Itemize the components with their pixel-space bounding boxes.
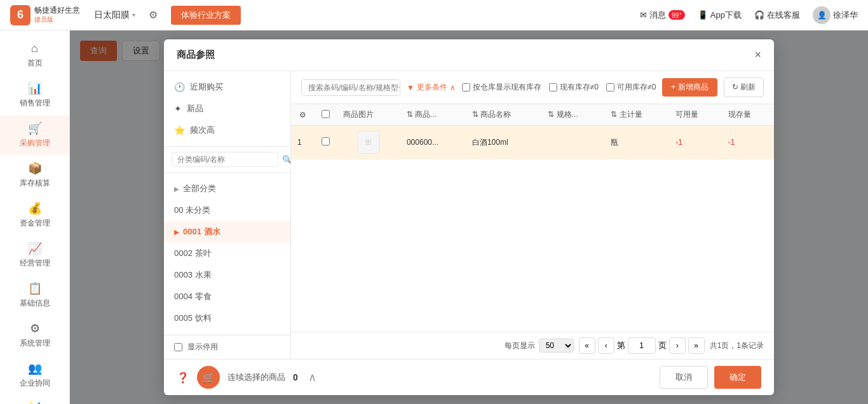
sidebar-item-finance[interactable]: 💰 资金管理 <box>0 195 69 235</box>
logo-icon: 6 <box>10 5 31 25</box>
sidebar-item-cooperation[interactable]: 👥 企业协同 <box>0 355 69 395</box>
app-download-button[interactable]: 📱 App下载 <box>698 10 742 21</box>
row-select-checkbox[interactable] <box>322 137 330 145</box>
top-nav: 6 畅捷通好生意 捷员版 日太阳膜 ▾ ⚙ 体验行业方案 ✉ 消息 99+ 📱 … <box>0 0 868 30</box>
sidebar-item-basic-info[interactable]: 📋 基础信息 <box>0 275 69 315</box>
row-image: 图 <box>337 126 400 159</box>
product-search-wrap: 🔍 <box>301 79 400 96</box>
page-total-info: 共1页，1条记录 <box>710 340 764 351</box>
per-page-select[interactable]: 50 100 <box>539 339 574 353</box>
quick-item-new[interactable]: ✦ 新品 <box>164 98 290 119</box>
category-item-snack[interactable]: 0004 零食 <box>164 286 290 307</box>
more-filter-button[interactable]: ▼ 更多条件 ∧ <box>407 82 456 93</box>
new-icon: ✦ <box>174 104 182 114</box>
row-unit: 瓶 <box>604 126 669 159</box>
row-stock: -1 <box>722 126 774 159</box>
row-index: 1 <box>291 126 314 159</box>
customer-service-button[interactable]: 🎧 在线客服 <box>754 10 800 21</box>
message-badge: 99+ <box>668 10 685 20</box>
modal-footer: ❓ 🛒 连续选择的商品 0 ∧ 取消 确定 <box>164 359 774 395</box>
store-selector[interactable]: 日太阳膜 ▾ <box>94 10 135 21</box>
avatar: 👤 <box>813 6 831 24</box>
messages-button[interactable]: ✉ 消息 99+ <box>640 10 685 21</box>
modal-header: 商品参照 × <box>164 39 774 71</box>
category-search-button[interactable]: 🔍 <box>282 155 291 165</box>
pagination-row: 每页显示 50 100 « ‹ 第 页 <box>291 332 774 359</box>
page-label: 第 <box>617 340 625 351</box>
warehouse-stock-filter[interactable]: 按仓库显示现有库存 <box>462 82 541 93</box>
nonzero-stock-checkbox[interactable] <box>549 83 557 91</box>
category-search-input[interactable] <box>172 152 278 167</box>
column-code[interactable]: ⇅ 商品... <box>400 104 466 126</box>
chevron-down-icon: ▾ <box>132 11 135 18</box>
show-disabled-label[interactable]: 显示停用 <box>187 342 218 353</box>
show-disabled-checkbox[interactable] <box>174 343 182 351</box>
quick-section: 🕐 近期购买 ✦ 新品 ⭐ 频次高 <box>164 71 290 147</box>
settings-icon[interactable]: ⚙ <box>143 5 163 25</box>
cooperation-icon: 👥 <box>28 361 42 375</box>
category-item-uncategorized[interactable]: 00 未分类 <box>164 199 290 221</box>
sidebar-item-business[interactable]: 📈 经营管理 <box>0 235 69 275</box>
cancel-button[interactable]: 取消 <box>660 366 708 389</box>
modal-close-button[interactable]: × <box>754 48 761 62</box>
collapse-icon[interactable]: ∧ <box>308 370 316 384</box>
business-icon: 📈 <box>28 241 42 255</box>
sidebar-item-guide[interactable]: 🔰 新手引导 <box>0 395 69 404</box>
guide-icon: 🔰 <box>28 401 42 404</box>
warehouse-stock-checkbox[interactable] <box>462 83 470 91</box>
modal-title: 商品参照 <box>177 49 215 61</box>
select-all-checkbox[interactable] <box>322 110 330 118</box>
category-item-fruit[interactable]: 0003 水果 <box>164 264 290 286</box>
category-item-drink[interactable]: 0005 饮料 <box>164 307 290 329</box>
help-icon[interactable]: ❓ <box>177 372 189 384</box>
page-first-button[interactable]: « <box>579 337 595 354</box>
quick-item-frequent[interactable]: ⭐ 频次高 <box>164 119 290 141</box>
confirm-button[interactable]: 确定 <box>714 366 761 389</box>
sort-icon: ⇅ <box>472 110 478 119</box>
user-profile[interactable]: 👤 徐泽华 <box>813 6 858 24</box>
product-search-input[interactable] <box>302 80 400 95</box>
inventory-icon: 📦 <box>28 161 42 175</box>
arrow-icon: ▶ <box>174 229 179 236</box>
available-stock-checkbox[interactable] <box>606 83 614 91</box>
category-item-water[interactable]: 0008 水 <box>164 329 290 335</box>
star-icon: ⭐ <box>174 125 185 135</box>
basic-info-icon: 📋 <box>28 281 42 295</box>
row-code: 000600... <box>400 126 466 159</box>
page-last-button[interactable]: » <box>688 337 705 354</box>
sidebar-item-purchase[interactable]: 🛒 采购管理 <box>0 115 69 155</box>
refresh-product-button[interactable]: ↻ 刷新 <box>724 77 764 97</box>
sidebar-item-system[interactable]: ⚙ 系统管理 <box>0 315 69 355</box>
add-product-button[interactable]: + 新增商品 <box>662 78 717 97</box>
product-table-wrap: ⚙ 商品图片 ⇅ 商品... <box>291 104 774 332</box>
page-next-button[interactable]: › <box>669 337 686 354</box>
sort-icon: ⇅ <box>407 110 413 119</box>
available-stock-filter[interactable]: 可用库存≠0 <box>606 82 656 93</box>
table-row[interactable]: 1 图 000600... 白酒100ml <box>291 126 774 159</box>
sidebar-item-sales[interactable]: 📊 销售管理 <box>0 75 69 115</box>
quick-item-recent[interactable]: 🕐 近期购买 <box>164 76 290 98</box>
product-reference-modal: 商品参照 × 🕐 近期购买 ✦ 新 <box>164 39 774 395</box>
trial-button[interactable]: 体验行业方案 <box>171 6 241 25</box>
sidebar-item-home[interactable]: ⌂ 首页 <box>0 36 69 75</box>
cart-button[interactable]: 🛒 <box>197 366 220 389</box>
category-search-row: 🔍 <box>164 147 290 173</box>
sidebar-item-inventory[interactable]: 📦 库存核算 <box>0 155 69 195</box>
row-spec <box>541 126 604 159</box>
column-unit[interactable]: ⇅ 主计量 <box>604 104 669 126</box>
checkbox-filters: 按仓库显示现有库存 现有库存≠0 可用库存≠0 <box>462 82 656 93</box>
filter-icon: ▼ <box>407 83 414 92</box>
per-page-selector: 每页显示 50 100 <box>505 339 574 353</box>
page-suffix: 页 <box>658 340 667 351</box>
nonzero-stock-filter[interactable]: 现有库存≠0 <box>549 82 599 93</box>
column-gear[interactable]: ⚙ <box>291 104 314 126</box>
category-item-liquor[interactable]: ▶ 0001 酒水 <box>164 221 290 243</box>
page-input[interactable] <box>628 337 656 354</box>
product-image-placeholder: 图 <box>357 131 380 154</box>
category-item-tea[interactable]: 0002 茶叶 <box>164 243 290 264</box>
cart-count: 0 <box>293 372 298 382</box>
column-spec[interactable]: ⇅ 规格... <box>541 104 604 126</box>
category-item-all[interactable]: ▶ 全部分类 <box>164 178 290 199</box>
column-name[interactable]: ⇅ 商品名称 <box>466 104 542 126</box>
page-prev-button[interactable]: ‹ <box>598 337 614 354</box>
